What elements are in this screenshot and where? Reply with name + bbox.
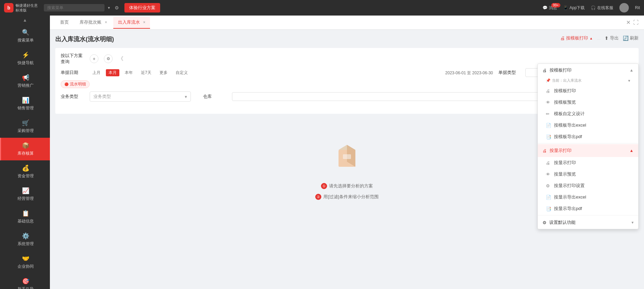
sidebar-item-operations[interactable]: 📈 经营管理 <box>0 183 50 206</box>
item-label-display-print: 按显示打印 <box>554 160 576 166</box>
sidebar-label-operations: 经营管理 <box>18 196 34 202</box>
dropdown-item-template-pdf[interactable]: 📑 按模板导出pdf <box>538 131 638 142</box>
collapse-btn[interactable]: 《 <box>118 55 123 62</box>
tag-label: 流水明细 <box>70 81 86 87</box>
main-layout: ▲ 🔍 搜索菜单 ⚡ 快捷导航 📢 营销推广 📊 销售管理 🛒 采购管理 📦 库… <box>0 16 644 289</box>
sidebar-item-system[interactable]: ⚙️ 系统管理 <box>0 228 50 251</box>
sidebar-item-collab[interactable]: 🤝 企业协同 <box>0 251 50 273</box>
app-logo: b 畅捷通好生意 标准版 <box>4 3 38 13</box>
sidebar-label-inventory: 库存核算 <box>18 151 34 156</box>
user-name: Rit <box>635 5 640 10</box>
date-tab-more[interactable]: 更多 <box>157 69 170 76</box>
app-download-btn[interactable]: 📱 App下载 <box>563 5 585 11</box>
divider1: ... <box>597 36 601 41</box>
item-icon-display-preview: 👁 <box>546 172 551 177</box>
dropdown-item-template-custom[interactable]: ✏ 模板自定义设计 <box>538 108 638 120</box>
sidebar-item-inventory[interactable]: 📦 库存核算 <box>0 138 50 160</box>
refresh-btn[interactable]: 🔄 刷新 <box>623 35 639 41</box>
tab-bar: 首页 库存批次账 × 出入库流水 × ✕ ⛶ <box>50 16 644 30</box>
page-title: 出入库流水(流水明细) <box>55 35 639 43</box>
template-print-header[interactable]: 🖨 按模板打印 ▲ <box>538 64 638 77</box>
tab-batch[interactable]: 库存批次账 × <box>75 17 112 29</box>
service-btn[interactable]: 🎧 在线客服 <box>591 5 613 11</box>
print-icon: 🖨 <box>560 35 565 41</box>
filter-tag-liushui: 🔴 流水明细 <box>61 80 90 88</box>
app-icon: 📱 <box>563 5 568 10</box>
sidebar-item-search[interactable]: 🔍 搜索菜单 <box>0 25 50 47</box>
dropdown-item-display-print[interactable]: 🖨 按显示打印 <box>538 157 638 168</box>
sidebar-label-sales: 销售管理 <box>18 105 34 111</box>
dropdown-item-display-excel[interactable]: 📄 按显示导出excel <box>538 191 638 203</box>
item-icon-display-excel: 📄 <box>546 195 551 200</box>
dropdown-item-template-print[interactable]: 🖨 按模板打印 <box>538 85 638 97</box>
dropdown-item-display-pdf[interactable]: 📑 按显示导出pdf <box>538 203 638 214</box>
sidebar-item-basic[interactable]: 📋 基础信息 <box>0 206 50 228</box>
export-btn[interactable]: ⬆ 导出 <box>605 35 619 41</box>
sales-icon: 📊 <box>22 97 29 104</box>
item-label-template-preview: 按模板预览 <box>554 99 576 105</box>
message-icon: 💬 <box>543 5 548 10</box>
date-tab-lastmonth[interactable]: 上月 <box>90 69 103 76</box>
sidebar-label-system: 系统管理 <box>18 241 34 247</box>
sidebar-label-quicknav: 快捷导航 <box>18 60 34 66</box>
dropdown-item-display-preview[interactable]: 👁 按显示预览 <box>538 168 638 180</box>
print-label: 按模板打印 <box>566 35 588 41</box>
set-default-icon: ⚙ <box>543 220 547 225</box>
dropdown-item-display-settings[interactable]: ⚙ 按显示打印设置 <box>538 180 638 191</box>
search-input[interactable] <box>44 4 105 11</box>
tab-flow[interactable]: 出入库流水 × <box>113 17 150 29</box>
set-default-row[interactable]: ⚙ 设置默认功能 ▾ <box>538 216 638 229</box>
current-arrow[interactable]: ▾ <box>628 78 630 83</box>
refresh-label: 刷新 <box>630 35 639 41</box>
tab-close-btn[interactable]: ✕ <box>626 19 631 26</box>
avatar[interactable] <box>619 3 629 12</box>
step1-text: 请先选择要分析的方案 <box>329 183 373 189</box>
inventory-icon: 📦 <box>22 142 29 149</box>
sidebar: ▲ 🔍 搜索菜单 ⚡ 快捷导航 📢 营销推广 📊 销售管理 🛒 采购管理 📦 库… <box>0 16 50 289</box>
print-btn[interactable]: 🖨 按模板打印 ▲ <box>560 35 593 41</box>
date-label: 单据日期 <box>61 70 84 76</box>
print-dropdown-arrow[interactable]: ▲ <box>589 36 593 40</box>
date-tab-custom[interactable]: 自定义 <box>173 69 191 76</box>
export-icon: ⬆ <box>605 35 609 41</box>
tab-flow-close[interactable]: × <box>143 20 145 25</box>
business-type-placeholder: 业务类型 <box>93 94 183 100</box>
tab-home[interactable]: 首页 <box>55 17 74 29</box>
sidebar-item-quicknav[interactable]: ⚡ 快捷导航 <box>0 47 50 70</box>
current-text: 当前：出入库流水 <box>552 78 582 83</box>
date-tab-last7[interactable]: 近7天 <box>138 69 154 76</box>
current-template-label: 📌 当前：出入库流水 <box>546 78 582 83</box>
sidebar-item-purchase[interactable]: 🛒 采购管理 <box>0 115 50 138</box>
item-label-template-custom: 模板自定义设计 <box>554 111 585 117</box>
sidebar-item-guide[interactable]: 🎯 新手引导 <box>0 273 50 289</box>
warehouse-label: 仓库 <box>203 94 227 100</box>
sidebar-item-marketing[interactable]: 📢 营销推广 <box>0 70 50 93</box>
dropdown-item-template-preview[interactable]: 👁 按模板预览 <box>538 97 638 108</box>
add-btn[interactable]: + <box>90 54 98 63</box>
search-dropdown-arrow[interactable]: ▾ <box>108 5 110 10</box>
sidebar-item-sales[interactable]: 📊 销售管理 <box>0 93 50 115</box>
settings-filter-btn[interactable]: ⚙ <box>104 54 113 63</box>
date-filter: 上月 本月 本年 近7天 更多 自定义 <box>90 69 437 76</box>
empty-illustration <box>330 138 364 172</box>
dropdown-item-template-excel[interactable]: 📄 按模板导出excel <box>538 120 638 131</box>
sidebar-item-finance[interactable]: 💰 资金管理 <box>0 160 50 183</box>
business-type-select[interactable]: 业务类型 ▾ <box>90 91 191 102</box>
item-icon-preview: 👁 <box>546 100 551 105</box>
sidebar-scroll-up[interactable]: ▲ <box>0 16 50 25</box>
settings-icon[interactable]: ⚙ <box>115 5 119 10</box>
logo-text: 畅捷通好生意 标准版 <box>16 3 38 13</box>
export-label: 导出 <box>610 35 619 41</box>
date-tab-currentyear[interactable]: 本年 <box>122 69 136 76</box>
tab-expand-btn[interactable]: ⛶ <box>633 20 639 26</box>
basic-icon: 📋 <box>22 210 29 217</box>
template-print-arrow: ▲ <box>630 68 634 73</box>
display-print-header[interactable]: 🖨 按显示打印 ▲ <box>538 144 638 157</box>
tab-batch-close[interactable]: × <box>105 20 107 25</box>
sidebar-label-collab: 企业协同 <box>18 264 34 269</box>
top-bar-right: 💬 消息 99+ 📱 App下载 🎧 在线客服 Rit <box>543 3 640 12</box>
date-tab-currentmonth[interactable]: 本月 <box>106 69 119 76</box>
messages-btn[interactable]: 💬 消息 99+ <box>543 5 557 11</box>
step1-num: ① <box>321 183 327 189</box>
industry-btn[interactable]: 体验行业方案 <box>124 3 160 12</box>
